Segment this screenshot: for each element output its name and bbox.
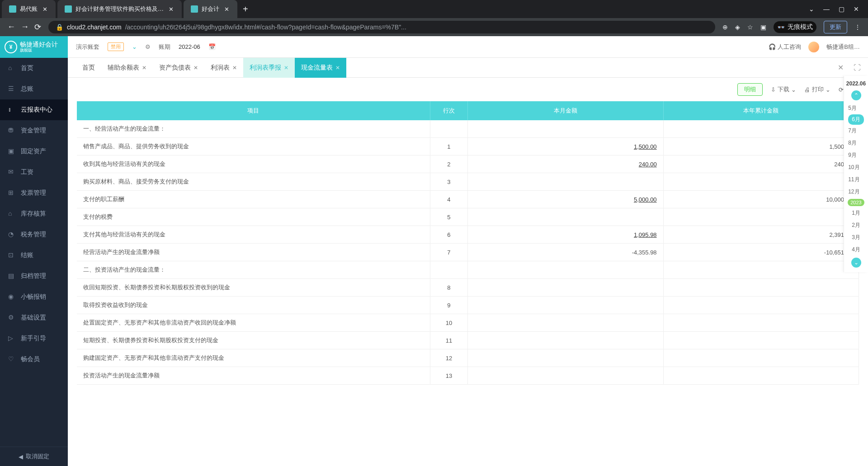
close-icon[interactable]: ✕ <box>142 65 146 71</box>
month-item[interactable]: 4月 <box>852 244 860 256</box>
close-icon[interactable]: ✕ <box>335 65 340 71</box>
sidebar-item-3[interactable]: ⛃资金管理 <box>0 120 68 141</box>
month-amount-link[interactable]: 5,000.00 <box>634 196 657 203</box>
table-wrapper[interactable]: 项目 行次 本月金额 本年累计金额 一、经营活动产生的现金流量： 销售产成品、商… <box>68 101 868 466</box>
sidebar-item-6[interactable]: ⊞发票管理 <box>0 183 68 203</box>
forward-icon[interactable]: → <box>21 22 29 32</box>
url-bar[interactable]: 🔒 cloud2.chanjet.com/accounting/uh26t264… <box>48 21 715 33</box>
close-icon[interactable]: ✕ <box>223 5 230 13</box>
close-icon[interactable]: ✕ <box>232 65 237 71</box>
sidebar-item-2[interactable]: ⫾云报表中心 <box>0 99 68 120</box>
sidebar-item-5[interactable]: ✉工资 <box>0 162 68 183</box>
caret-down-icon[interactable]: ⌄ <box>809 5 814 13</box>
month-amount: -4,355.98 <box>632 249 657 256</box>
close-icon[interactable]: ✕ <box>167 5 175 13</box>
close-window-icon[interactable]: ✕ <box>854 5 859 13</box>
unpin-icon: ◀ <box>19 453 23 460</box>
page-tab-4[interactable]: 利润表季报✕ <box>243 58 295 78</box>
badge-dropdown-icon[interactable]: ⌄ <box>132 43 137 50</box>
close-icon[interactable]: ✕ <box>284 65 288 71</box>
month-item[interactable]: 2月 <box>852 219 860 231</box>
month-item[interactable]: 7月 <box>848 125 864 137</box>
sidebar-item-1[interactable]: ☰总账 <box>0 79 68 99</box>
download-icon: ⇩ <box>771 86 776 93</box>
incognito-icon: 👓 <box>777 24 785 31</box>
support-link[interactable]: 🎧 人工咨询 <box>769 43 801 51</box>
avatar[interactable] <box>808 42 819 52</box>
extension-icon[interactable]: ◈ <box>735 24 740 31</box>
month-item[interactable]: 11月 <box>848 174 864 186</box>
cell-line: 2 <box>430 155 468 173</box>
page-tab-label: 利润表 <box>211 64 230 72</box>
back-icon[interactable]: ← <box>7 22 15 32</box>
sidebar-item-9[interactable]: ⊡结账 <box>0 245 68 266</box>
close-icon[interactable]: ✕ <box>41 5 48 13</box>
browser-tab-0[interactable]: 易代账 ✕ <box>2 0 56 18</box>
download-button[interactable]: ⇩ 下载 ⌄ <box>771 85 796 94</box>
sidebar-item-11[interactable]: ◉小畅报销 <box>0 287 68 307</box>
sidebar-item-0[interactable]: ⌂首页 <box>0 58 68 79</box>
close-all-tabs-icon[interactable]: ✕ <box>835 61 846 75</box>
month-amount-link[interactable]: 240.00 <box>639 161 657 168</box>
month-amount-link[interactable]: 1,500.00 <box>634 143 657 150</box>
month-item[interactable]: 6月 <box>848 114 864 125</box>
page-tab-0[interactable]: 首页 <box>76 58 101 78</box>
sidebar-item-8[interactable]: ◔税务管理 <box>0 224 68 245</box>
month-item[interactable]: 3月 <box>852 231 860 244</box>
sidebar-item-icon: ⊞ <box>8 189 16 197</box>
new-tab-button[interactable]: + <box>237 4 254 14</box>
app-logo[interactable]: ¥ 畅捷通好会计 旗舰版 <box>0 36 68 58</box>
calendar-icon[interactable]: 📅 <box>208 43 216 50</box>
gear-icon[interactable]: ⚙ <box>145 43 151 50</box>
tab-favicon <box>9 5 16 13</box>
sidebar-item-label: 库存核算 <box>21 210 46 218</box>
page-tab-5[interactable]: 现金流量表✕ <box>295 58 346 78</box>
menu-icon[interactable]: ⋮ <box>854 24 861 31</box>
sidebar-unpin[interactable]: ◀ 取消固定 <box>0 447 68 466</box>
page-tab-1[interactable]: 辅助余额表✕ <box>101 58 153 78</box>
detail-button[interactable]: 明细 <box>737 83 763 96</box>
extensions-icon[interactable]: ▣ <box>760 24 766 31</box>
page-tab-2[interactable]: 资产负债表✕ <box>153 58 204 78</box>
print-button[interactable]: 🖨 打印 ⌄ <box>804 85 830 94</box>
reload-icon[interactable]: ⟳ <box>34 22 41 32</box>
cell-month <box>468 261 663 279</box>
sidebar-item-icon: ▤ <box>8 272 16 280</box>
cell-item: 经营活动产生的现金流量净额 <box>77 244 430 261</box>
sidebar-item-label: 新手引导 <box>21 334 46 343</box>
sidebar-item-4[interactable]: ▣固定资产 <box>0 141 68 162</box>
next-year-chip[interactable]: 2023 <box>848 199 864 206</box>
sidebar-item-13[interactable]: ▷新手引导 <box>0 328 68 349</box>
col-header-line: 行次 <box>430 101 468 120</box>
browser-tab-1[interactable]: 好会计财务管理软件购买价格及… ✕ <box>57 0 182 18</box>
minimize-icon[interactable]: — <box>823 5 830 13</box>
zoom-icon[interactable]: ⊕ <box>722 24 728 31</box>
maximize-icon[interactable]: ▢ <box>839 5 844 13</box>
sidebar-item-10[interactable]: ▤归档管理 <box>0 266 68 287</box>
page-tab-3[interactable]: 利润表✕ <box>204 58 243 78</box>
cell-item: 支付的职工薪酬 <box>77 191 430 208</box>
trial-badge: 禁用 <box>108 42 124 51</box>
month-item[interactable]: 12月 <box>848 186 864 198</box>
month-amount-link[interactable]: 1,095.98 <box>634 231 657 238</box>
close-icon[interactable]: ✕ <box>193 65 198 71</box>
sidebar-item-7[interactable]: ⌂库存核算 <box>0 203 68 224</box>
browser-tab-2[interactable]: 好会计 ✕ <box>184 0 237 18</box>
cell-year <box>663 297 859 314</box>
sidebar-item-14[interactable]: ♡畅会员 <box>0 349 68 370</box>
sidebar-item-12[interactable]: ⚙基础设置 <box>0 307 68 328</box>
expand-icon[interactable]: ⛶ <box>851 61 863 75</box>
bookmark-icon[interactable]: ☆ <box>747 24 753 31</box>
cell-item: 购建固定资产、无形资产和其他非流动资产支付的现金 <box>77 349 430 367</box>
cell-item: 收到其他与经营活动有关的现金 <box>77 155 430 173</box>
month-item[interactable]: 10月 <box>848 161 864 174</box>
update-button[interactable]: 更新 <box>824 21 847 33</box>
month-item[interactable]: 5月 <box>848 102 864 114</box>
month-item[interactable]: 9月 <box>848 149 864 161</box>
month-item[interactable]: 8月 <box>848 137 864 149</box>
sidebar-item-label: 结账 <box>21 251 33 259</box>
month-nav-down-icon[interactable]: ⌄ <box>851 258 861 268</box>
headset-icon: 🎧 <box>769 43 776 50</box>
month-item[interactable]: 1月 <box>852 207 860 219</box>
month-nav-up-icon[interactable]: ⌃ <box>851 90 861 100</box>
